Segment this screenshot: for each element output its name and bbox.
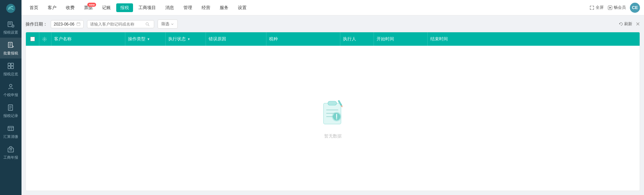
sidebar-item-geshui-shenbao[interactable]: 个税申报 bbox=[0, 79, 22, 100]
svg-line-33 bbox=[148, 25, 149, 26]
svg-rect-14 bbox=[11, 66, 13, 69]
date-picker[interactable]: 2023-06-06 bbox=[51, 20, 84, 28]
toolbar: 操作日期： 2023-06-06 筛选 bbox=[26, 20, 640, 29]
sidebar-item-label: 工商年报 bbox=[3, 155, 18, 160]
svg-point-15 bbox=[9, 84, 12, 87]
sidebar-item-huisuan-jiaona[interactable]: 汇算清缴 bbox=[0, 121, 22, 142]
member-button[interactable]: 畅会员 bbox=[608, 5, 626, 10]
baoshui-shezhi-icon bbox=[6, 20, 15, 29]
table-header: 客户名称 操作类型 ▼ 执行状态 ▼ 错误原因 税种 执行人 bbox=[26, 32, 640, 46]
piliang-baoshui-icon bbox=[6, 40, 15, 50]
svg-rect-28 bbox=[77, 23, 80, 26]
sidebar-item-piliang-baoshui[interactable]: 批量报税 bbox=[0, 38, 22, 58]
nav-item-guanli[interactable]: 管理 bbox=[179, 3, 196, 12]
th-operation-type[interactable]: 操作类型 ▼ bbox=[125, 32, 166, 46]
svg-rect-25 bbox=[10, 149, 12, 150]
topnav-right: 全屏 畅会员 CE bbox=[590, 3, 640, 13]
huisuan-jiaona-icon bbox=[6, 124, 15, 133]
nav-item-jingying[interactable]: 经营 bbox=[198, 3, 214, 12]
nav-items: 首页 客户 收费 票据 new 记账 报税 工商项目 消息 管理 经营 服务 设… bbox=[26, 3, 590, 12]
svg-marker-27 bbox=[609, 7, 611, 9]
sidebar-item-label: 汇算清缴 bbox=[3, 134, 18, 139]
refresh-icon bbox=[619, 22, 623, 26]
fullscreen-icon bbox=[590, 5, 594, 10]
sidebar-item-label: 报税记录 bbox=[3, 113, 18, 118]
sidebar-item-baoshui-jilu[interactable]: 报税记录 bbox=[0, 100, 22, 121]
sidebar-item-baoshui-zonglAN[interactable]: 报税总览 bbox=[0, 58, 22, 79]
th-tax-type: 税种 bbox=[266, 32, 340, 46]
toolbar-right: 刷新 ✕ bbox=[619, 21, 640, 27]
play-icon bbox=[608, 5, 612, 10]
svg-point-43 bbox=[336, 118, 337, 119]
filter-button[interactable]: 筛选 bbox=[158, 20, 178, 29]
date-value: 2023-06-06 bbox=[54, 22, 74, 27]
select-all-checkbox[interactable] bbox=[30, 37, 35, 41]
th-error-reason: 错误原因 bbox=[206, 32, 266, 46]
th-exec-status[interactable]: 执行状态 ▼ bbox=[166, 32, 206, 46]
app-logo[interactable] bbox=[0, 0, 22, 17]
sidebar-item-label: 个税申报 bbox=[3, 92, 18, 98]
svg-rect-13 bbox=[8, 66, 10, 69]
th-settings bbox=[39, 32, 51, 46]
sort-icon: ▼ bbox=[147, 37, 150, 41]
nav-item-xiaoxi[interactable]: 消息 bbox=[161, 3, 178, 12]
sidebar-item-label: 批量报税 bbox=[3, 51, 18, 56]
sidebar-item-label: 报税设置 bbox=[3, 30, 18, 35]
search-input[interactable] bbox=[90, 22, 144, 27]
nav-item-customer[interactable]: 客户 bbox=[44, 3, 60, 12]
nav-item-shoufei[interactable]: 收费 bbox=[62, 3, 79, 12]
refresh-button[interactable]: 刷新 bbox=[619, 21, 632, 27]
gongshang-nianbao-icon bbox=[6, 145, 15, 154]
nav-item-baoshui[interactable]: 报税 bbox=[116, 3, 133, 12]
sidebar-item-label: 报税总览 bbox=[3, 72, 18, 77]
th-end-time: 结束时间 bbox=[428, 32, 468, 46]
th-executor: 执行人 bbox=[340, 32, 374, 46]
svg-point-34 bbox=[44, 38, 45, 40]
search-icon bbox=[145, 22, 149, 26]
sidebar: 报税设置 批量报税 报税总览 bbox=[0, 0, 22, 195]
main-wrapper: 首页 客户 收费 票据 new 记账 报税 工商项目 消息 管理 经营 服务 设… bbox=[22, 0, 644, 195]
empty-illustration bbox=[318, 97, 347, 129]
th-customer-name: 客户名称 bbox=[51, 32, 125, 46]
svg-rect-11 bbox=[8, 63, 10, 66]
refresh-label: 刷新 bbox=[624, 21, 632, 27]
close-button[interactable]: ✕ bbox=[636, 21, 640, 27]
new-badge: new bbox=[87, 3, 96, 7]
svg-point-32 bbox=[146, 23, 149, 25]
settings-icon bbox=[42, 37, 47, 42]
th-start-time: 开始时间 bbox=[374, 32, 428, 46]
search-box[interactable] bbox=[87, 20, 154, 28]
sidebar-item-baoshui-shezhi[interactable]: 报税设置 bbox=[0, 17, 22, 38]
member-label: 畅会员 bbox=[614, 5, 626, 10]
filter-label: 筛选 bbox=[161, 21, 169, 27]
nav-item-jizhang[interactable]: 记账 bbox=[98, 3, 115, 12]
nav-item-fuwu[interactable]: 服务 bbox=[216, 3, 232, 12]
topnav: 首页 客户 收费 票据 new 记账 报税 工商项目 消息 管理 经营 服务 设… bbox=[22, 0, 644, 15]
fullscreen-button[interactable]: 全屏 bbox=[590, 5, 604, 10]
svg-rect-20 bbox=[8, 126, 14, 131]
calendar-icon bbox=[76, 22, 81, 26]
nav-item-piaoju[interactable]: 票据 new bbox=[80, 3, 97, 12]
empty-state: 暂无数据 bbox=[26, 46, 640, 191]
nav-item-home[interactable]: 首页 bbox=[26, 3, 42, 12]
sidebar-item-gongshang-nianbao[interactable]: 工商年报 bbox=[0, 142, 22, 163]
th-checkbox[interactable] bbox=[26, 32, 39, 46]
nav-item-gongshang[interactable]: 工商项目 bbox=[134, 3, 160, 12]
chevron-down-icon bbox=[171, 23, 174, 26]
fullscreen-label: 全屏 bbox=[596, 5, 604, 10]
baoshui-jilu-icon bbox=[6, 103, 15, 112]
nav-item-shezhi[interactable]: 设置 bbox=[234, 3, 251, 12]
date-label: 操作日期： bbox=[26, 21, 47, 27]
geshui-shenbao-icon bbox=[6, 82, 15, 91]
avatar[interactable]: CE bbox=[630, 3, 640, 13]
sort-icon: ▼ bbox=[187, 37, 190, 41]
svg-rect-36 bbox=[328, 101, 337, 105]
empty-text: 暂无数据 bbox=[324, 133, 342, 139]
content-area: 操作日期： 2023-06-06 筛选 bbox=[22, 15, 644, 195]
baoshui-zonglAN-icon bbox=[6, 61, 15, 71]
svg-rect-12 bbox=[11, 63, 13, 66]
table-container: 客户名称 操作类型 ▼ 执行状态 ▼ 错误原因 税种 执行人 bbox=[26, 32, 640, 191]
